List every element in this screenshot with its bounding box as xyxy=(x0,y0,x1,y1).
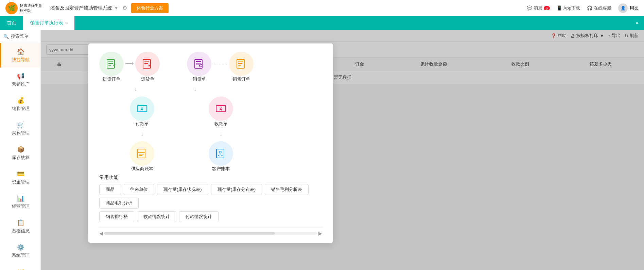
common-btn-product[interactable]: 商品 xyxy=(99,184,121,195)
sales-icon: 💰 xyxy=(17,97,24,104)
flow-label-purchase-bill: 进货单 xyxy=(141,76,154,82)
flow-node-customer-ledger[interactable] xyxy=(209,141,233,166)
svg-point-25 xyxy=(219,151,221,153)
sidebar-item-shortcut[interactable]: 🏠 快捷导航 xyxy=(0,43,40,68)
avatar: 👤 xyxy=(618,3,628,13)
app-icon: 📱 xyxy=(557,5,562,11)
online-service-action[interactable]: 🎧 在线客服 xyxy=(587,5,611,11)
common-btn-receipt-stats[interactable]: 收款情况统计 xyxy=(137,211,176,222)
nav-tabs: 首页 销售订单执行表 × × xyxy=(0,16,644,30)
sidebar-item-basic-info[interactable]: 📋 基础信息 xyxy=(0,214,40,239)
supplier-ledger-icon xyxy=(136,148,148,159)
sidebar-item-purchase[interactable]: 🛒 采购管理 xyxy=(0,116,40,141)
info-icon: 📋 xyxy=(17,219,24,227)
flow-label-customer-ledger: 客户账本 xyxy=(212,166,230,172)
message-action[interactable]: 💬 消息 6 xyxy=(527,5,550,11)
flow-node-sales-bill[interactable] xyxy=(187,52,211,76)
common-btn-payment-stats[interactable]: 付款情况统计 xyxy=(179,211,219,222)
modal-overlay: 进货订单 ⟶ 进货单 xyxy=(41,30,644,270)
sales-bill-icon xyxy=(193,58,205,70)
svg-rect-20 xyxy=(138,149,145,158)
modal-scrollbar: ◀ ▶ xyxy=(99,228,322,236)
system-icon: ⚙️ xyxy=(17,244,24,251)
home-icon: 🏠 xyxy=(17,48,24,55)
common-btn-inventory-status[interactable]: 现存量(库存状况表) xyxy=(157,184,208,195)
headset-icon: 🎧 xyxy=(587,5,592,11)
flow-col-jinhuodindan: 进货订单 xyxy=(99,52,124,82)
flow-col-customer-ledger: 客户账本 xyxy=(209,141,233,172)
svg-text:¥: ¥ xyxy=(219,106,222,111)
trial-button[interactable]: 体验行业方案 xyxy=(131,3,169,13)
arrow-down-icon-1: ↓ xyxy=(130,86,141,92)
flow-node-sales-order[interactable] xyxy=(229,52,254,76)
dropdown-icon[interactable]: ▼ xyxy=(114,6,118,11)
svg-text:¥: ¥ xyxy=(140,106,143,111)
message-badge: 6 xyxy=(544,6,550,10)
common-btn-sales-profit[interactable]: 销售毛利分析表 xyxy=(265,184,309,195)
common-btn-partner[interactable]: 往来单位 xyxy=(124,184,154,195)
nav-close-button[interactable]: × xyxy=(636,20,639,26)
scroll-track[interactable] xyxy=(104,232,317,235)
purchase-icon: 🛒 xyxy=(17,121,24,129)
svg-point-11 xyxy=(199,64,202,67)
finance-icon: 💳 xyxy=(17,170,24,178)
search-icon: 🔍 xyxy=(3,34,9,39)
flow-col-fukuan: ¥ 付款单 xyxy=(130,96,154,127)
main-layout: 🔍 搜索菜单 🏠 快捷导航 📢 营销推广 💰 销售管理 🛒 采购管理 📦 库存核… xyxy=(0,30,644,270)
enterprise-icon: 🤝 xyxy=(17,268,24,270)
sidebar-search[interactable]: 🔍 搜索菜单 xyxy=(0,30,40,43)
flow-label-supplier-ledger: 供应商账本 xyxy=(131,166,153,172)
common-btn-inventory-dist[interactable]: 现存量(库存分布表) xyxy=(211,184,262,195)
flow-row-arrows: ↓ ↓ xyxy=(99,85,322,94)
flow-col-jinhuodan: 进货单 xyxy=(135,52,160,82)
tab-sales-order[interactable]: 销售订单执行表 × xyxy=(23,16,74,30)
sidebar-item-operations[interactable]: 📊 经营管理 xyxy=(0,190,40,214)
system-title: 装备及固定资产辅助管理系统 ▼ xyxy=(50,5,118,11)
marketing-icon: 📢 xyxy=(17,72,24,80)
flow-label-sales-order: 销售订单 xyxy=(232,76,250,82)
common-btn-sales-ranking[interactable]: 销售排行榜 xyxy=(99,211,134,222)
common-section: 常用功能 商品 往来单位 现存量(库存状况表) 现存量(库存分布表) 销售毛利分… xyxy=(99,175,322,222)
flow-node-payment[interactable]: ¥ xyxy=(130,96,154,121)
scroll-right-arrow[interactable]: ▶ xyxy=(318,231,322,236)
flow-col-xiaohuo: 销货单 xyxy=(187,52,211,82)
sidebar-item-finance[interactable]: 💳 资金管理 xyxy=(0,165,40,190)
operations-icon: 📊 xyxy=(17,195,24,202)
flow-row-2: ¥ 付款单 ¥ xyxy=(99,96,322,127)
sidebar-item-inventory[interactable]: 📦 库存核算 xyxy=(0,141,40,165)
sidebar-item-system[interactable]: ⚙️ 系统管理 xyxy=(0,239,40,263)
dashed-arrow-right: ← - - - xyxy=(213,52,228,66)
header-left: 🌿 畅康通好生意 标准版 装备及固定资产辅助管理系统 ▼ ⚙ 体验行业方案 xyxy=(5,2,169,14)
sidebar-item-sales[interactable]: 💰 销售管理 xyxy=(0,92,40,116)
scroll-thumb xyxy=(104,232,275,235)
app-download-action[interactable]: 📱 App下载 xyxy=(557,5,580,11)
flow-label-purchase-order: 进货订单 xyxy=(103,76,120,82)
arrow-right-1: ⟶ xyxy=(125,52,134,67)
tab-home[interactable]: 首页 xyxy=(0,16,23,30)
sidebar-item-marketing[interactable]: 📢 营销推广 xyxy=(0,68,40,92)
common-btn-product-profit[interactable]: 商品毛利分析 xyxy=(99,198,139,209)
common-title: 常用功能 xyxy=(99,175,322,181)
flow-label-payment: 付款单 xyxy=(136,121,149,127)
scroll-left-arrow[interactable]: ◀ xyxy=(99,231,103,236)
flow-node-receipt[interactable]: ¥ xyxy=(209,96,233,121)
flow-node-supplier-ledger[interactable] xyxy=(130,141,154,166)
arrow-down-icon-2: ↓ xyxy=(188,86,202,92)
sales-order-icon xyxy=(236,58,247,70)
flow-row-1: 进货订单 ⟶ 进货单 xyxy=(99,52,322,82)
arrow-down-sales: ↓ xyxy=(185,85,202,94)
arrow-down-receipt: ↓ xyxy=(209,130,233,139)
message-icon: 💬 xyxy=(527,5,532,11)
settings-icon[interactable]: ⚙ xyxy=(122,5,127,11)
user-area[interactable]: 👤 用友 xyxy=(618,3,639,13)
flow-label-receipt: 收款单 xyxy=(214,121,228,127)
common-buttons-row-2: 销售排行榜 收款情况统计 付款情况统计 xyxy=(99,211,322,222)
purchase-order-icon xyxy=(106,58,117,70)
flow-node-purchase-bill[interactable] xyxy=(135,52,160,76)
sidebar-item-enterprise[interactable]: 🤝 企业协同 xyxy=(0,263,40,270)
flow-node-purchase-order[interactable] xyxy=(99,52,124,76)
logo-text: 畅康通好生意 标准版 xyxy=(20,3,42,13)
tab-close-icon[interactable]: × xyxy=(65,21,68,25)
inventory-icon: 📦 xyxy=(17,146,24,153)
sidebar: 🔍 搜索菜单 🏠 快捷导航 📢 营销推广 💰 销售管理 🛒 采购管理 📦 库存核… xyxy=(0,30,41,270)
